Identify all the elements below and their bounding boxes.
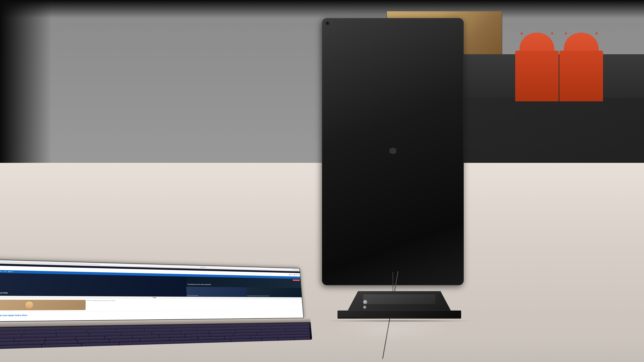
key-1[interactable] [0,332,24,335]
bg-dark-top [0,0,644,18]
hero-top-right-title: Everything we know about HomePod [188,284,300,287]
nav-tv[interactable]: TV ▾ [4,271,6,272]
iphone-container [322,18,464,315]
key-6[interactable] [144,329,171,332]
hero-thumb-1[interactable]: The case for iPad for Mac [186,287,247,297]
fox-body-2 [560,51,603,101]
key-m[interactable] [225,336,250,339]
fox-toy-1 [515,29,558,101]
key-f2[interactable] [35,327,71,331]
scene: My Sites 9to5Mac 229 9to5mac.com ← → ↻ M… [0,0,644,362]
key-o[interactable] [261,330,286,332]
key-f6[interactable] [170,325,200,328]
key-f1[interactable] [0,328,34,332]
hero-thumb-1-title: The case for iPad for Mac [187,295,246,296]
stand-clamp [363,294,435,304]
key-2[interactable] [24,331,56,334]
key-8[interactable] [198,328,222,331]
key-t[interactable] [152,332,180,335]
hero-badge: EXCLUSIVE 9NEWS [292,280,300,281]
iphone-body [322,18,464,285]
key-5[interactable] [116,329,144,332]
key-x[interactable] [78,340,109,343]
back-button[interactable]: ← [294,269,295,271]
article-snippet: iPhone X's TrueDepth camera could be use… [87,300,302,302]
article-text: iPhone X's TrueDepth camera could be use… [87,300,303,310]
key-s[interactable] [46,337,76,341]
dollar-icon[interactable]: $ [296,274,297,276]
stand-body [348,291,451,310]
key-i[interactable] [236,330,261,333]
key-j[interactable] [185,334,210,337]
macbook-screen: My Sites 9to5Mac 229 9to5mac.com ← → ↻ M… [0,259,304,322]
key-y[interactable] [181,331,208,334]
key-f7[interactable] [201,325,229,328]
key-f10[interactable] [284,324,309,326]
key-u[interactable] [209,330,235,334]
key-f4[interactable] [106,326,139,330]
twitter-icon[interactable]: 𝕏 [292,274,293,276]
youtube-icon[interactable]: ▶ [289,274,290,276]
hero-top-right[interactable]: EXCLUSIVE 9NEWS Everything we know about… [186,276,301,288]
key-h[interactable] [160,335,185,338]
key-9[interactable] [223,328,246,330]
fox-ear-right [551,32,554,34]
key-r[interactable] [122,332,152,336]
refresh-button[interactable]: ↻ [297,269,299,271]
key-g[interactable] [133,335,159,338]
article-more-button[interactable]: + [301,302,302,304]
key-f[interactable] [105,336,132,339]
iphone-apple-logo [388,146,398,157]
key-4[interactable] [87,330,116,333]
nav-music[interactable]: Music ▾ [8,271,13,272]
phone-stand [348,291,451,318]
key-arrow-left[interactable] [262,338,278,341]
key-arrow-up[interactable] [278,338,294,341]
key-f5[interactable] [139,326,170,329]
article-section: iPhone X's TrueDepth camera could be use… [0,298,303,312]
hero-right: EXCLUSIVE 9NEWS Everything we know about… [186,276,302,297]
article-thumbnail [0,300,86,311]
site-nav-icons: ▶ f 𝕏 ◉ $ 🔍 [289,274,299,276]
search-icon[interactable]: 🔍 [297,274,299,276]
forward-button[interactable]: → [295,269,297,271]
key-k[interactable] [210,334,234,337]
nav-watch[interactable]: Watch ▾ [0,271,2,272]
fox-ear-right-2 [595,32,598,34]
rss-icon[interactable]: ◉ [294,274,295,276]
key-3[interactable] [56,330,86,334]
hero-main[interactable]: GymKit for Apple Watch launching today [0,272,187,297]
hero-thumb-2[interactable]: A look back at the previous campuses App… [246,288,302,298]
stand-knob-bottom [363,306,366,309]
key-f8[interactable] [230,324,257,327]
key-n[interactable] [198,337,224,340]
key-7[interactable] [172,328,197,331]
key-c[interactable] [110,339,140,342]
key-f3[interactable] [71,327,106,330]
key-e[interactable] [90,333,121,336]
key-l[interactable] [234,333,256,336]
key-z[interactable] [44,340,77,344]
key-0[interactable] [247,327,270,330]
hero-bottom-right: The case for iPad for Mac A look back at… [186,287,302,297]
key-d[interactable] [76,336,104,340]
apple-logo-svg [389,147,397,156]
fox-ear-left-2 [564,32,567,34]
article-face-image [25,302,33,308]
stand-reflection [328,315,457,344]
key-arrow-right[interactable] [294,337,310,340]
key-q[interactable] [22,334,56,338]
key-p[interactable] [286,329,310,332]
fox-ear-left [520,32,523,34]
iphone-camera [325,21,330,26]
key-v[interactable] [140,338,169,342]
key-f9[interactable] [257,324,284,327]
facebook-icon[interactable]: f [291,274,292,276]
fox-body [515,51,558,101]
hero-thumb-2-title: A look back at the previous campuses App… [247,295,301,297]
key-b[interactable] [170,338,198,341]
website: My Sites Reader 229 9to5Mac ▶ f 𝕏 ◉ $ 🔍 [0,263,303,322]
key-a[interactable] [14,338,46,342]
macbook: My Sites 9to5Mac 229 9to5mac.com ← → ↻ M… [0,259,306,350]
key-w[interactable] [56,334,89,337]
